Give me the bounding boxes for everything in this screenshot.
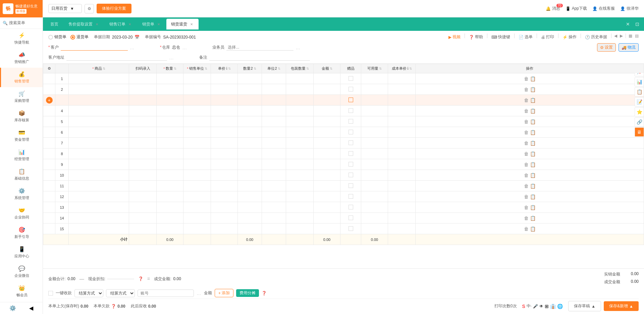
tab-close-sales-order[interactable]: ✕ (127, 22, 132, 26)
sort-unit2-icon[interactable]: ⇅ (278, 67, 280, 70)
row-pkg-2[interactable] (286, 84, 314, 95)
prev-page-icon[interactable]: ◀ (614, 34, 617, 41)
gift-checkbox-12[interactable] (348, 194, 353, 199)
row-qty-1[interactable] (157, 73, 183, 84)
sort-cost-icon[interactable]: ⇅ (409, 67, 412, 70)
float-btn-7[interactable]: 🖥 (635, 127, 644, 137)
float-btn-6[interactable]: 🔗 (635, 117, 644, 127)
row-price-3[interactable] (211, 95, 238, 106)
copy-row-10[interactable]: 📋 (530, 173, 536, 178)
sort-pkg-icon[interactable]: ⇅ (306, 67, 309, 70)
copy-row-15[interactable]: 📋 (530, 226, 536, 232)
one-click-pay-checkbox[interactable] (48, 291, 53, 296)
copy-row-7[interactable]: 📋 (530, 140, 536, 146)
sidebar-item-enterprise[interactable]: 🤝 企业协同 (0, 204, 43, 223)
delete-row-1[interactable]: 🗑 (524, 76, 529, 81)
sidebar-item-app-center[interactable]: 📱 应用中心 (0, 243, 43, 262)
radio-return[interactable]: 退货单 (70, 34, 89, 40)
float-btn-2[interactable]: 📊 (635, 77, 644, 86)
cost-info-icon[interactable]: ℹ (407, 66, 409, 71)
sort-product-icon[interactable]: ⇅ (103, 67, 105, 70)
row-amount-2[interactable] (314, 84, 340, 95)
expense-split-btn[interactable]: 费用分摊 (236, 289, 259, 297)
gift-checkbox-1[interactable] (348, 76, 353, 81)
cash-discount-input[interactable] (107, 279, 134, 279)
row-unit2-1[interactable] (262, 73, 286, 84)
row-pkg-1[interactable] (286, 73, 314, 84)
row-product-1[interactable] (69, 73, 129, 84)
tab-home[interactable]: 首页 (46, 19, 63, 29)
warehouse-select-btn[interactable]: … (182, 45, 187, 50)
delete-row-9[interactable]: 🗑 (524, 162, 529, 167)
select-order-btn[interactable]: 📄 选单 (517, 34, 534, 41)
delete-row-8[interactable]: 🗑 (524, 151, 529, 156)
row-gift-2[interactable] (340, 84, 361, 95)
calc-method-select[interactable]: 结算方式 (106, 289, 135, 297)
account-input[interactable] (138, 290, 194, 297)
copy-row-5[interactable]: 📋 (530, 119, 536, 124)
search-menu[interactable]: 🔍 搜索菜单 (0, 17, 43, 29)
sidebar-item-guide[interactable]: 🎯 新手引导 (0, 223, 43, 243)
row-unit2-3[interactable] (262, 95, 286, 106)
sidebar-item-purchase[interactable]: 🛒 采购管理 (0, 87, 43, 107)
gift-checkbox-8[interactable] (348, 151, 353, 156)
delete-row-5[interactable]: 🗑 (524, 119, 529, 124)
sidebar-settings-icon[interactable]: ⚙️ (9, 305, 16, 311)
gift-checkbox-10[interactable] (348, 173, 353, 177)
topbar-settings-btn[interactable]: ⚙ (85, 4, 94, 13)
delete-row-14[interactable]: 🗑 (524, 215, 529, 221)
delete-row-7[interactable]: 🗑 (524, 140, 529, 146)
copy-row-3[interactable]: 📋 (530, 98, 536, 103)
video-btn[interactable]: ▶ 视频 (447, 34, 462, 41)
sidebar-item-finance[interactable]: 💳 资金管理 (0, 126, 43, 145)
row-unit2-2[interactable] (262, 84, 286, 95)
history-btn[interactable]: 🕐 历史单据 (584, 34, 608, 41)
sort-qty-icon[interactable]: ⇅ (174, 67, 176, 70)
tab-close-sales-return[interactable]: ✕ (189, 22, 194, 26)
grid-view-icon[interactable]: ▦ (629, 34, 632, 41)
row-qty2-2[interactable] (238, 84, 262, 95)
copy-row-14[interactable]: 📋 (530, 215, 536, 221)
radio-delivery[interactable]: 销货单 (48, 34, 66, 40)
copy-row-9[interactable]: 📋 (530, 162, 536, 167)
operation-btn[interactable]: ⚡ 操作 (561, 34, 578, 41)
online-service-btn[interactable]: 👤 在线客服 (592, 6, 615, 11)
gift-checkbox-4[interactable] (348, 108, 353, 113)
question-icon[interactable]: ❓ (138, 276, 143, 281)
sidebar-item-system[interactable]: ⚙️ 系统管理 (0, 184, 43, 204)
save-new-btn[interactable]: 保存&新增 ▲ (604, 301, 639, 311)
sidebar-item-wechat[interactable]: 💬 企业微信 (0, 262, 43, 281)
expense-help-icon[interactable]: ❓ (262, 291, 267, 296)
salesperson-select-btn[interactable]: … (296, 45, 300, 50)
price-info-icon[interactable]: ℹ (226, 66, 227, 71)
tab-sales-order[interactable]: 销售订单 ✕ (105, 19, 137, 29)
gift-checkbox-15[interactable] (348, 226, 353, 231)
remark-input[interactable] (209, 54, 310, 61)
print-btn[interactable]: 🖨 打印 (540, 34, 555, 41)
row-amount-3[interactable] (314, 95, 340, 106)
delete-row-11[interactable]: 🗑 (524, 183, 529, 189)
sidebar-item-operation[interactable]: 📊 经营管理 (0, 145, 43, 165)
row-pkg-3[interactable] (286, 95, 314, 106)
salesperson-input[interactable] (226, 44, 293, 51)
copy-row-12[interactable]: 📋 (530, 194, 536, 199)
account-select-btn[interactable]: … (197, 291, 201, 296)
save-draft-btn[interactable]: 保存草稿 ▲ (568, 301, 601, 311)
copy-row-11[interactable]: 📋 (530, 183, 536, 189)
row-qty2-1[interactable] (238, 73, 262, 84)
delete-row-6[interactable]: 🗑 (524, 130, 529, 135)
copy-row-8[interactable]: 📋 (530, 151, 536, 156)
sidebar-item-base-info[interactable]: 📋 基础信息 (0, 165, 43, 184)
gift-checkbox-7[interactable] (348, 140, 353, 145)
sort-amount-icon[interactable]: ⇅ (330, 67, 332, 70)
row-qty-2[interactable] (157, 84, 183, 95)
list-view-icon[interactable]: ▤ (635, 34, 639, 41)
sort-qty2-icon[interactable]: ⇅ (254, 67, 256, 70)
sidebar-item-marketing[interactable]: 📣 营销推广 (0, 48, 43, 68)
tab-close-all[interactable]: ✕ (624, 20, 632, 28)
calendar-icon[interactable]: 📅 (135, 35, 140, 40)
copy-row-1[interactable]: 📋 (530, 76, 536, 81)
copy-row-4[interactable]: 📋 (530, 108, 536, 114)
gift-checkbox-6[interactable] (348, 130, 353, 134)
float-btn-4[interactable]: 📝 (635, 97, 644, 107)
